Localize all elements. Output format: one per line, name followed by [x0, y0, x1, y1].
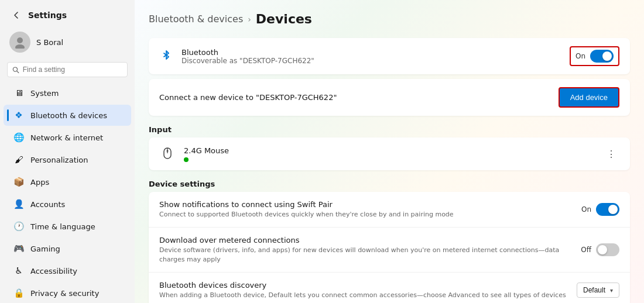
bluetooth-icon: [159, 49, 173, 63]
discovery-dropdown-value: Default: [583, 286, 605, 294]
bluetooth-subtitle: Discoverable as "DESKTOP-7GCH622": [181, 57, 561, 65]
accessibility-icon: ♿: [13, 265, 25, 277]
svg-point-6: [167, 150, 169, 152]
bluetooth-toggle-label: On: [576, 52, 585, 60]
discovery-control[interactable]: Default ▾: [577, 283, 619, 298]
sidebar-item-bluetooth[interactable]: ❖ Bluetooth & devices: [4, 105, 131, 126]
sidebar-title: Settings: [28, 11, 67, 20]
sidebar-item-label: Gaming: [30, 245, 60, 253]
sidebar: Settings S Boral 🖥 System ❖ Bluetooth & …: [0, 0, 135, 303]
device-name: 2.4G Mouse: [184, 146, 229, 155]
sidebar-item-accessibility[interactable]: ♿ Accessibility: [4, 260, 131, 281]
bluetooth-nav-icon: ❖: [13, 109, 25, 121]
bluetooth-toggle-thumb: [602, 51, 612, 61]
avatar: [9, 32, 30, 53]
discovery-title: Bluetooth devices discovery: [159, 281, 570, 290]
user-name: S Boral: [36, 38, 63, 47]
bluetooth-toggle-wrapper[interactable]: On: [570, 46, 619, 66]
swift-pair-title: Show notifications to connect using Swif…: [159, 200, 574, 209]
accounts-icon: 👤: [13, 198, 25, 210]
swift-pair-text: Show notifications to connect using Swif…: [159, 200, 574, 219]
bluetooth-toggle[interactable]: [590, 50, 614, 63]
device-card: 2.4G Mouse ⋮: [149, 137, 630, 170]
sidebar-item-label: Apps: [30, 178, 49, 187]
discovery-dropdown[interactable]: Default ▾: [577, 283, 619, 298]
sidebar-item-privacy[interactable]: 🔒 Privacy & security: [4, 283, 131, 303]
bluetooth-title: Bluetooth: [181, 48, 561, 57]
sidebar-item-label: Accounts: [30, 200, 65, 209]
sidebar-item-label: Network & internet: [30, 133, 103, 142]
device-more-button[interactable]: ⋮: [603, 146, 619, 162]
sidebar-item-label: System: [30, 89, 59, 98]
svg-point-0: [17, 37, 23, 43]
chevron-down-icon: ▾: [610, 287, 613, 294]
metered-toggle[interactable]: [596, 243, 619, 256]
device-info: 2.4G Mouse: [184, 146, 229, 162]
mouse-icon: [159, 144, 176, 163]
user-profile[interactable]: S Boral: [0, 27, 135, 60]
swift-pair-toggle-label: On: [581, 205, 591, 214]
sidebar-item-personalization[interactable]: 🖌 Personalization: [4, 149, 131, 170]
metered-toggle-thumb: [598, 245, 607, 254]
sidebar-item-label: Personalization: [30, 156, 88, 164]
settings-section: Show notifications to connect using Swif…: [149, 192, 630, 303]
bluetooth-card-text: Bluetooth Discoverable as "DESKTOP-7GCH6…: [181, 48, 561, 65]
input-section-title: Input: [149, 125, 630, 134]
sidebar-header: Settings: [0, 0, 135, 27]
swift-pair-toggle[interactable]: [596, 203, 619, 216]
nav-list: 🖥 System ❖ Bluetooth & devices 🌐 Network…: [0, 82, 135, 303]
swift-pair-control[interactable]: On: [581, 203, 619, 216]
device-settings-title: Device settings: [149, 180, 630, 188]
gaming-icon: 🎮: [13, 243, 25, 254]
bluetooth-card: Bluetooth Discoverable as "DESKTOP-7GCH6…: [149, 38, 630, 74]
metered-row: Download over metered connections Device…: [149, 228, 630, 273]
sidebar-item-label: Privacy & security: [30, 289, 99, 298]
sidebar-item-system[interactable]: 🖥 System: [4, 82, 131, 104]
personalization-icon: 🖌: [13, 154, 25, 166]
sidebar-item-gaming[interactable]: 🎮 Gaming: [4, 238, 131, 259]
metered-text: Download over metered connections Device…: [159, 236, 574, 264]
breadcrumb: Bluetooth & devices › Devices: [149, 12, 630, 26]
add-device-button[interactable]: Add device: [559, 87, 619, 108]
discovery-row: Bluetooth devices discovery When adding …: [149, 273, 630, 303]
sidebar-item-accounts[interactable]: 👤 Accounts: [4, 194, 131, 215]
swift-pair-desc: Connect to supported Bluetooth devices q…: [159, 210, 574, 219]
discovery-text: Bluetooth devices discovery When adding …: [159, 281, 570, 299]
device-status-dot: [184, 157, 189, 162]
network-icon: 🌐: [13, 132, 25, 143]
search-input[interactable]: [23, 66, 122, 74]
search-icon: [12, 66, 19, 74]
back-button[interactable]: [9, 8, 23, 22]
breadcrumb-parent[interactable]: Bluetooth & devices: [149, 13, 243, 25]
apps-icon: 📦: [13, 176, 25, 188]
main-content: Bluetooth & devices › Devices Bluetooth …: [135, 0, 644, 303]
add-device-text: Connect a new device to "DESKTOP-7GCH622…: [159, 93, 550, 102]
metered-title: Download over metered connections: [159, 236, 574, 245]
add-device-card: Connect a new device to "DESKTOP-7GCH622…: [149, 79, 630, 116]
breadcrumb-current: Devices: [256, 12, 312, 26]
svg-point-1: [15, 44, 25, 49]
swift-pair-row: Show notifications to connect using Swif…: [149, 192, 630, 228]
system-icon: 🖥: [13, 87, 25, 99]
sidebar-item-time[interactable]: 🕐 Time & language: [4, 216, 131, 237]
sidebar-item-label: Time & language: [30, 222, 95, 231]
sidebar-item-label: Bluetooth & devices: [30, 111, 107, 120]
metered-control[interactable]: Off: [581, 243, 619, 256]
sidebar-item-apps[interactable]: 📦 Apps: [4, 171, 131, 192]
swift-pair-toggle-thumb: [608, 205, 618, 214]
privacy-icon: 🔒: [13, 287, 25, 299]
metered-toggle-label: Off: [581, 246, 591, 254]
breadcrumb-separator: ›: [248, 15, 251, 24]
metered-desc: Device software (drivers, info, and apps…: [159, 246, 574, 264]
time-icon: 🕐: [13, 221, 25, 232]
sidebar-item-network[interactable]: 🌐 Network & internet: [4, 127, 131, 148]
sidebar-item-label: Accessibility: [30, 267, 77, 276]
search-box[interactable]: [7, 62, 128, 77]
discovery-desc: When adding a Bluetooth device, Default …: [159, 291, 570, 299]
svg-line-3: [17, 71, 19, 73]
